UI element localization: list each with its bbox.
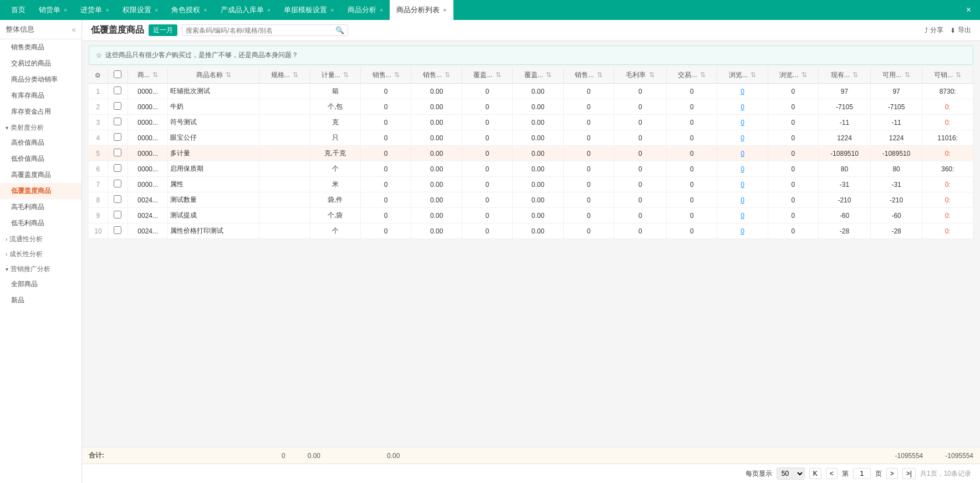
- col-stock1[interactable]: 现有... ⇅: [819, 67, 871, 84]
- cell-checkbox[interactable]: [108, 223, 127, 239]
- row-checkbox[interactable]: [114, 133, 121, 141]
- period-button[interactable]: 近一月: [149, 24, 177, 36]
- first-page-button[interactable]: K: [809, 468, 821, 479]
- sidebar-collapse-icon[interactable]: «: [72, 25, 76, 34]
- sidebar-group-liquidity[interactable]: › 流通性分析: [0, 231, 81, 246]
- export-button[interactable]: ⬇ 导出: [950, 26, 971, 35]
- cell-browse1[interactable]: 0: [717, 84, 768, 99]
- last-page-button[interactable]: >|: [902, 468, 916, 479]
- sidebar-item-low-margin[interactable]: 低毛利商品: [0, 215, 81, 231]
- nav-close-template[interactable]: ×: [330, 7, 334, 13]
- cell-browse1[interactable]: 0: [717, 177, 768, 192]
- col-browse2[interactable]: 浏览... ⇅: [768, 67, 818, 84]
- sidebar-group-abc[interactable]: ▾ 类射度分析: [0, 120, 81, 135]
- cell-checkbox[interactable]: [108, 99, 127, 115]
- nav-close-analysis-list[interactable]: ×: [443, 7, 446, 13]
- col-unit[interactable]: 计量... ⇅: [310, 67, 360, 84]
- cell-checkbox[interactable]: [108, 115, 127, 130]
- row-checkbox[interactable]: [114, 118, 121, 125]
- select-all-checkbox[interactable]: [114, 70, 121, 78]
- row-checkbox[interactable]: [114, 102, 121, 110]
- nav-item-home[interactable]: 首页: [4, 0, 32, 20]
- nav-item-permission[interactable]: 权限设置 ×: [116, 0, 165, 20]
- sidebar-group-marketing[interactable]: ▾ 营销推广分析: [0, 261, 81, 276]
- sidebar-item-high-coverage[interactable]: 高覆盖度商品: [0, 167, 81, 183]
- cell-browse1[interactable]: 0: [717, 130, 768, 146]
- nav-item-purchase[interactable]: 进货单 ×: [74, 0, 115, 20]
- nav-item-production[interactable]: 产成品入库单 ×: [214, 0, 277, 20]
- col-spec[interactable]: 规格... ⇅: [259, 67, 310, 84]
- cell-browse1[interactable]: 0: [717, 208, 768, 223]
- sidebar-item-traded-goods[interactable]: 交易过的商品: [0, 55, 81, 72]
- table-container[interactable]: ⚙ 商... ⇅ 商品名称 ⇅ 规格... ⇅ 计量... ⇅ 销售... ⇅ …: [89, 67, 973, 447]
- sidebar-item-new-goods[interactable]: 新品: [0, 292, 81, 308]
- nav-item-template[interactable]: 单据模板设置 ×: [277, 0, 340, 20]
- col-sales1[interactable]: 销售... ⇅: [360, 67, 411, 84]
- cell-browse1[interactable]: 0: [717, 223, 768, 239]
- col-cover1[interactable]: 覆盖... ⇅: [462, 67, 512, 84]
- nav-item-role[interactable]: 角色授权 ×: [165, 0, 213, 20]
- nav-item-analysis[interactable]: 商品分析 ×: [341, 0, 390, 20]
- window-close-button[interactable]: ×: [962, 5, 976, 15]
- next-page-button[interactable]: >: [886, 468, 898, 479]
- col-margin[interactable]: 毛利率 ⇅: [614, 67, 667, 84]
- cell-browse1[interactable]: 0: [717, 192, 768, 208]
- cell-browse1[interactable]: 0: [717, 115, 768, 130]
- nav-close-production[interactable]: ×: [267, 7, 270, 13]
- sidebar-item-low-coverage[interactable]: 低覆盖度商品: [0, 183, 81, 199]
- sidebar-item-sales-goods[interactable]: 销售类商品: [0, 39, 81, 55]
- col-name[interactable]: 商品名称 ⇅: [168, 67, 259, 84]
- sort-icon-code: ⇅: [152, 71, 158, 79]
- sidebar-group-growth[interactable]: › 成长性分析: [0, 246, 81, 261]
- cell-checkbox[interactable]: [108, 177, 127, 192]
- row-checkbox[interactable]: [114, 195, 121, 203]
- share-button[interactable]: ⤴ 分享: [925, 26, 943, 35]
- cell-browse1[interactable]: 0: [717, 161, 768, 177]
- col-browse1[interactable]: 浏览... ⇅: [717, 67, 768, 84]
- sidebar-item-low-value[interactable]: 低价值商品: [0, 151, 81, 167]
- row-checkbox[interactable]: [114, 226, 121, 234]
- col-settings[interactable]: ⚙: [89, 67, 108, 84]
- cell-checkbox[interactable]: [108, 208, 127, 223]
- sidebar-header[interactable]: 整体信息 «: [0, 20, 81, 39]
- nav-item-analysis-list[interactable]: 商品分析列表 ×: [390, 0, 453, 20]
- sidebar-item-high-value[interactable]: 高价值商品: [0, 135, 81, 151]
- row-checkbox[interactable]: [114, 211, 121, 218]
- nav-close-permission[interactable]: ×: [155, 7, 158, 13]
- cell-checkbox[interactable]: [108, 161, 127, 177]
- nav-close-role[interactable]: ×: [203, 7, 207, 13]
- search-icon[interactable]: 🔍: [335, 26, 344, 34]
- page-input[interactable]: [853, 468, 871, 479]
- cell-num: 9: [89, 208, 108, 223]
- row-checkbox[interactable]: [114, 164, 121, 172]
- nav-close-sales[interactable]: ×: [64, 7, 67, 13]
- col-sales3[interactable]: 销售... ⇅: [563, 67, 614, 84]
- nav-item-sales[interactable]: 销货单 ×: [32, 0, 74, 20]
- per-page-select[interactable]: 50 10 20 100: [777, 467, 805, 480]
- col-sales2[interactable]: 销售... ⇅: [411, 67, 462, 84]
- sidebar-item-category-rate[interactable]: 商品分类动销率: [0, 72, 81, 88]
- cell-browse1[interactable]: 0: [717, 99, 768, 115]
- row-checkbox[interactable]: [114, 149, 121, 156]
- prev-page-button[interactable]: <: [826, 468, 838, 479]
- row-checkbox[interactable]: [114, 180, 121, 187]
- col-code[interactable]: 商... ⇅: [127, 67, 168, 84]
- col-stock2[interactable]: 可用... ⇅: [870, 67, 922, 84]
- col-trade[interactable]: 交易... ⇅: [666, 67, 717, 84]
- cell-checkbox[interactable]: [108, 192, 127, 208]
- sidebar-item-capital[interactable]: 库存资金占用: [0, 104, 81, 120]
- row-checkbox[interactable]: [114, 87, 121, 94]
- cell-browse1[interactable]: 0: [717, 146, 768, 161]
- nav-close-purchase[interactable]: ×: [105, 7, 109, 13]
- col-sellable[interactable]: 可销... ⇅: [922, 67, 973, 84]
- cell-checkbox[interactable]: [108, 146, 127, 161]
- sidebar-item-stocked-goods[interactable]: 有库存商品: [0, 88, 81, 104]
- cell-checkbox[interactable]: [108, 84, 127, 99]
- sidebar-item-high-margin[interactable]: 高毛利商品: [0, 199, 81, 215]
- cell-checkbox[interactable]: [108, 130, 127, 146]
- nav-close-analysis[interactable]: ×: [380, 7, 383, 13]
- search-input[interactable]: [186, 27, 335, 34]
- sidebar-item-all-goods[interactable]: 全部商品: [0, 276, 81, 292]
- col-cover2[interactable]: 覆盖... ⇅: [513, 67, 563, 84]
- settings-icon[interactable]: ⚙: [95, 72, 101, 79]
